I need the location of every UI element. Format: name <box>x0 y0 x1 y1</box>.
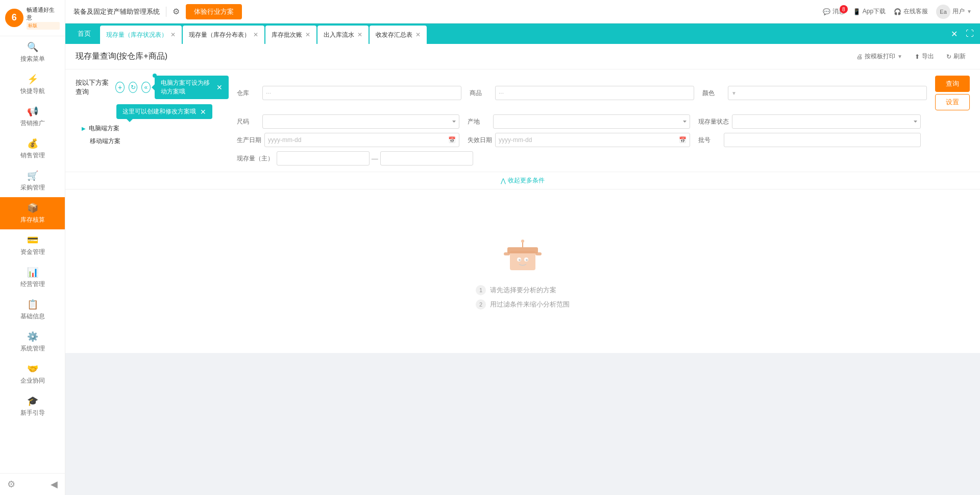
sidebar-item-enterprise[interactable]: 🤝 企业协同 <box>0 358 65 390</box>
search-btns: 查询 设置 <box>935 76 970 110</box>
tab-in-out-flow[interactable]: 出入库流水 ✕ <box>317 26 369 44</box>
guide-icon: 🎓 <box>27 395 38 407</box>
svg-rect-8 <box>504 252 510 255</box>
scheme-mobile-item[interactable]: 移动端方案 <box>76 135 229 148</box>
tab-batch-account-close[interactable]: ✕ <box>305 31 310 38</box>
filter-right-panel: 仓库 ··· 商品 ··· 颜色 <box>229 76 970 166</box>
tooltip2-close[interactable]: ✕ <box>200 108 206 116</box>
filter-back-btn[interactable]: « <box>141 82 150 93</box>
filter-add-btn[interactable]: + <box>115 82 124 93</box>
user-area[interactable]: Ea 用户 ▼ <box>936 5 972 19</box>
sidebar-label-operations: 经营管理 <box>20 280 45 289</box>
sidebar-label-purchase: 采购管理 <box>20 183 45 192</box>
topbar-gear-icon[interactable]: ⚙ <box>173 7 180 16</box>
tab-inventory-dist-close[interactable]: ✕ <box>253 31 258 38</box>
tab-home[interactable]: 首页 <box>69 23 99 44</box>
batch-no-label: 批号 <box>698 136 721 145</box>
print-btn[interactable]: 🖨 按模板打印 ▼ <box>852 50 906 63</box>
close-all-tabs-icon[interactable]: ✕ <box>949 27 960 41</box>
tab-batch-account[interactable]: 库存批次账 ✕ <box>265 26 316 44</box>
tab-in-out-flow-label: 出入库流水 <box>324 31 354 39</box>
app-download-btn[interactable]: 📱 App下载 <box>853 7 886 16</box>
tooltip1-close[interactable]: ✕ <box>216 83 223 91</box>
inventory-icon: 📦 <box>27 202 38 214</box>
sidebar-item-search[interactable]: 🔍 搜索菜单 <box>0 36 65 68</box>
sidebar-item-sales[interactable]: 💰 销售管理 <box>0 133 65 165</box>
system-icon: ⚙️ <box>27 331 38 342</box>
expiry-date-calendar-icon: 📅 <box>679 136 687 144</box>
filter-row2: 尺码 产地 现存量状态 <box>237 114 970 129</box>
user-dropdown-icon: ▼ <box>967 9 972 14</box>
tab-receive-summary[interactable]: 收发存汇总表 ✕ <box>370 26 427 44</box>
sidebar-item-basic[interactable]: 📋 基础信息 <box>0 294 65 326</box>
export-btn[interactable]: ⬆ 导出 <box>911 50 938 63</box>
sidebar-item-guide[interactable]: 🎓 新手引导 <box>0 390 65 422</box>
settings-icon[interactable]: ⚙ <box>7 479 15 490</box>
scheme-desktop-arrow: ▶ <box>82 126 86 131</box>
sidebar-item-marketing[interactable]: 📢 营销推广 <box>0 101 65 133</box>
origin-select[interactable] <box>493 114 690 129</box>
basic-icon: 📋 <box>27 299 38 310</box>
scheme-desktop-item[interactable]: ▶ 电脑端方案 <box>76 122 229 135</box>
warehouse-label: 仓库 <box>237 89 259 98</box>
tab-inventory-status-close[interactable]: ✕ <box>170 31 176 38</box>
filter-left-panel: 按以下方案查询 + ↻ « 电脑方案可设为移动方案哦 ✕ <box>76 76 229 148</box>
filter-refresh-btn[interactable]: ↻ <box>129 82 137 93</box>
tab-inventory-dist[interactable]: 现存量（库存分布表） ✕ <box>183 26 264 44</box>
expiry-date-input[interactable]: yyyy-mm-dd 📅 <box>495 133 690 147</box>
tooltip1-text: 电脑方案可设为移动方案哦 <box>161 79 212 96</box>
collapse-btn[interactable]: ⋀ 收起更多条件 <box>501 176 545 185</box>
sidebar-label-guide: 新手引导 <box>20 409 45 417</box>
stock-status-select[interactable] <box>732 114 921 129</box>
page-actions: 🖨 按模板打印 ▼ ⬆ 导出 ↻ 刷新 <box>852 50 970 63</box>
tab-receive-summary-close[interactable]: ✕ <box>415 31 421 38</box>
sidebar-item-finance[interactable]: 💳 资金管理 <box>0 229 65 262</box>
goods-input[interactable]: ··· <box>495 86 694 100</box>
tooltip2-text: 这里可以创建和修改方案哦 <box>122 107 196 116</box>
page-title: 现存量查询(按仓库+商品) <box>76 51 167 62</box>
tabbar: 首页 现存量（库存状况表） ✕ 现存量（库存分布表） ✕ 库存批次账 ✕ 出入库… <box>65 23 980 44</box>
batch-no-input[interactable] <box>724 133 921 147</box>
warehouse-input[interactable]: ··· <box>262 86 461 100</box>
fullscreen-icon[interactable]: ⛶ <box>964 27 976 40</box>
print-dropdown-icon: ▼ <box>897 54 902 59</box>
stock-main-min[interactable] <box>277 151 370 166</box>
batch-no-field: 批号 <box>698 133 921 147</box>
content-area: 现存量查询(按仓库+商品) 🖨 按模板打印 ▼ ⬆ 导出 ↻ 刷新 <box>65 44 980 495</box>
stock-main-max[interactable] <box>380 151 473 166</box>
expiry-date-field: 失效日期 yyyy-mm-dd 📅 <box>468 133 690 147</box>
tab-batch-account-label: 库存批次账 <box>272 31 302 39</box>
prod-date-input[interactable]: yyyy-mm-dd 📅 <box>264 133 459 147</box>
sidebar-item-quick[interactable]: ⚡ 快捷导航 <box>0 68 65 101</box>
sidebar-label-sales: 销售管理 <box>20 151 45 160</box>
sidebar-item-purchase[interactable]: 🛒 采购管理 <box>0 165 65 197</box>
scheme-tooltip1: 电脑方案可设为移动方案哦 ✕ <box>155 76 229 99</box>
refresh-btn[interactable]: ↻ 刷新 <box>942 50 970 63</box>
color-label: 颜色 <box>702 89 725 98</box>
message-btn[interactable]: 💬 消息 8 <box>823 7 845 16</box>
filter-row3: 生产日期 yyyy-mm-dd 📅 失效日期 yyyy-mm-dd 📅 <box>237 133 970 147</box>
prod-date-calendar-icon: 📅 <box>448 136 456 144</box>
online-service-label: 在线客服 <box>903 7 928 16</box>
search-btn[interactable]: 查询 <box>935 76 970 92</box>
sidebar-item-operations[interactable]: 📊 经营管理 <box>0 262 65 294</box>
size-label: 尺码 <box>237 117 259 126</box>
sidebar-item-inventory[interactable]: 📦 库存核算 <box>0 197 65 229</box>
sidebar-item-system[interactable]: ⚙️ 系统管理 <box>0 326 65 358</box>
step2-text: 用过滤条件来缩小分析范围 <box>490 300 570 309</box>
trial-btn[interactable]: 体验行业方案 <box>186 4 242 19</box>
tab-in-out-flow-close[interactable]: ✕ <box>357 31 362 38</box>
color-dropdown-icon: ▼ <box>731 90 737 96</box>
sidebar-bottom: ⚙ ◀ <box>0 473 65 495</box>
expiry-date-label: 失效日期 <box>468 136 492 145</box>
online-service-btn[interactable]: 🎧 在线客服 <box>894 7 928 16</box>
reset-btn[interactable]: 设置 <box>935 94 970 110</box>
stock-main-label: 现存量（主） <box>237 154 274 163</box>
color-input[interactable]: ▼ <box>728 86 927 100</box>
tooltip-wrap1: 电脑方案可设为移动方案哦 ✕ <box>155 76 229 99</box>
size-select[interactable] <box>262 114 459 129</box>
export-icon: ⬆ <box>915 53 920 60</box>
collapse-sidebar-icon[interactable]: ◀ <box>51 479 58 490</box>
collapse-bar[interactable]: ⋀ 收起更多条件 <box>65 172 980 190</box>
tab-inventory-status[interactable]: 现存量（库存状况表） ✕ <box>100 26 182 44</box>
